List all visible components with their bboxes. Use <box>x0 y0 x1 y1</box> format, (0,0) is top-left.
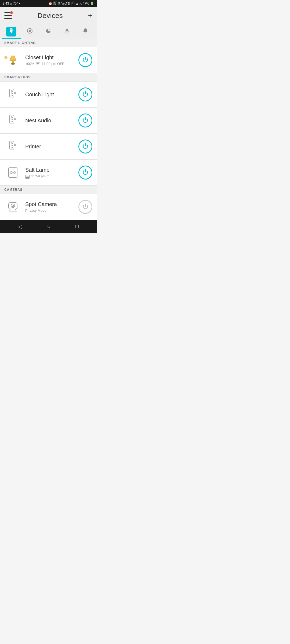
app-header: Devices + <box>0 7 97 24</box>
home-icon: ⌂ <box>10 2 12 5</box>
tab-plug[interactable] <box>2 24 21 39</box>
bell-tab-icon <box>82 28 88 35</box>
powerstrip-icon-2 <box>5 113 20 128</box>
svg-line-9 <box>65 32 66 33</box>
nest-audio-icon-wrap <box>4 112 21 129</box>
salt-lamp-info: Salt Lamp 11:59 pm OFF <box>25 167 75 178</box>
device-row-salt-lamp[interactable]: Salt Lamp 11:59 pm OFF <box>0 160 97 186</box>
salt-lamp-name: Salt Lamp <box>25 167 75 173</box>
menu-button[interactable] <box>4 12 12 19</box>
svg-point-27 <box>11 121 13 122</box>
svg-line-12 <box>68 32 68 33</box>
section-smart-lighting: SMART LIGHTING <box>0 39 97 47</box>
weather-tab-icon <box>64 28 70 35</box>
nav-home-button[interactable]: ○ <box>43 221 55 232</box>
svg-rect-42 <box>9 203 17 209</box>
outlet-icon <box>5 165 20 180</box>
section-cameras: CAMERAS <box>0 186 97 194</box>
time-display: 8:43 <box>3 2 9 5</box>
temp-display: 75° <box>13 2 18 5</box>
couch-light-icon-wrap <box>4 86 21 103</box>
status-bar: 8:43 ⌂ 75° • ⏰ N 𝔅 VoLTE 📳 ▲ △ 47% 🔋 <box>0 0 97 7</box>
signal-icon: △ <box>79 2 82 5</box>
device-row-printer[interactable]: Printer <box>0 134 97 160</box>
tab-camera[interactable] <box>21 25 39 38</box>
closet-light-icon-wrap <box>4 52 21 69</box>
device-row-spot-camera[interactable]: Spot Camera Privacy Mode <box>0 194 97 220</box>
closet-light-power-icon <box>82 57 88 64</box>
tab-weather[interactable] <box>57 25 76 38</box>
svg-rect-30 <box>10 141 14 149</box>
svg-point-38 <box>13 171 16 174</box>
powerstrip-icon-3 <box>5 139 20 154</box>
couch-light-info: Couch Light <box>25 92 75 98</box>
device-row-nest-audio[interactable]: Nest Audio <box>0 108 97 134</box>
spot-camera-name: Spot Camera <box>25 201 75 207</box>
section-smart-plugs: SMART PLUGS <box>0 73 97 82</box>
spot-camera-status: Privacy Mode <box>25 208 46 213</box>
powerstrip-icon-1 <box>5 87 20 102</box>
printer-power-icon <box>82 143 88 150</box>
closet-light-schedule: 11:00 pm OFF <box>42 62 64 66</box>
nav-recent-button[interactable]: □ <box>71 221 83 232</box>
device-row-couch-light[interactable]: Couch Light <box>0 82 97 108</box>
nav-back-button[interactable]: ◁ <box>14 221 26 232</box>
svg-rect-34 <box>14 144 16 145</box>
spot-camera-power-icon <box>82 203 88 211</box>
nest-audio-power-icon <box>82 117 88 124</box>
couch-light-name: Couch Light <box>25 92 75 98</box>
tab-bar <box>0 24 97 39</box>
battery-display: 47% <box>83 2 89 5</box>
menu-line-3 <box>4 18 12 19</box>
closet-light-info: Closet Light 100% 11:00 pm OFF <box>25 54 75 66</box>
add-device-button[interactable]: + <box>88 12 92 19</box>
spot-camera-info: Spot Camera Privacy Mode <box>25 201 75 213</box>
night-tab-icon <box>45 28 51 35</box>
svg-point-5 <box>29 30 31 32</box>
battery-icon: 🔋 <box>90 2 94 5</box>
salt-lamp-icon-wrap <box>4 164 21 181</box>
salt-lamp-power-btn[interactable] <box>78 166 92 180</box>
svg-point-26 <box>11 119 13 120</box>
svg-point-25 <box>11 117 13 118</box>
tab-night[interactable] <box>39 25 58 38</box>
svg-rect-24 <box>10 115 14 123</box>
spot-camera-power-btn[interactable] <box>78 200 92 214</box>
printer-power-btn[interactable] <box>78 140 92 153</box>
menu-line-2 <box>4 15 12 16</box>
dot-indicator: • <box>19 2 20 5</box>
alarm-icon: ⏰ <box>48 2 52 5</box>
camera-device-icon <box>5 199 20 214</box>
salt-lamp-schedule-icon <box>25 175 30 179</box>
svg-rect-28 <box>14 118 16 119</box>
nest-audio-power-btn[interactable] <box>78 114 92 127</box>
wifi-icon: ▲ <box>75 2 79 5</box>
lamp-icon <box>6 53 20 67</box>
svg-rect-0 <box>10 28 13 32</box>
device-row-closet-light[interactable]: Closet Light 100% 11:00 pm OFF <box>0 47 97 73</box>
svg-line-45 <box>10 209 10 211</box>
svg-marker-13 <box>10 56 16 61</box>
svg-point-19 <box>11 93 13 94</box>
svg-point-7 <box>50 30 50 30</box>
svg-rect-2 <box>12 29 12 30</box>
plug-tab-icon <box>8 28 14 35</box>
svg-point-6 <box>49 29 50 30</box>
closet-light-power-btn[interactable] <box>78 53 92 67</box>
printer-name: Printer <box>25 144 75 150</box>
status-left: 8:43 ⌂ 75° • <box>3 2 20 5</box>
nest-audio-info: Nest Audio <box>25 118 75 124</box>
salt-lamp-power-icon <box>82 169 88 176</box>
schedule-icon <box>36 63 40 66</box>
printer-info: Printer <box>25 144 75 150</box>
bottom-nav: ◁ ○ □ <box>0 220 97 233</box>
svg-rect-36 <box>9 168 17 177</box>
couch-light-power-btn[interactable] <box>78 87 92 101</box>
svg-point-33 <box>11 147 13 148</box>
couch-light-power-icon <box>82 91 88 98</box>
svg-point-18 <box>11 91 13 92</box>
lte-icon: VoLTE <box>61 2 70 5</box>
spot-camera-sub: Privacy Mode <box>25 208 75 213</box>
vibrate-icon: 📳 <box>71 2 75 5</box>
tab-bell[interactable] <box>76 25 95 38</box>
